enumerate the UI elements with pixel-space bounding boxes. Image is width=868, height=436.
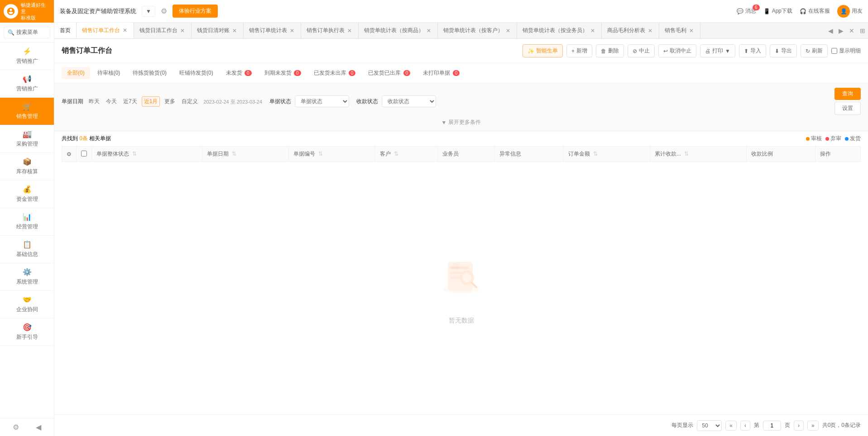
tab-sales-by-customer[interactable]: 销货单统计表（按客户） ✕ — [438, 23, 517, 39]
tab-home[interactable]: 首页 — [54, 23, 77, 39]
tab-close-product-margin[interactable]: ✕ — [647, 28, 653, 34]
tab-close-sales-by-customer[interactable]: ✕ — [505, 28, 511, 34]
ship-action-button[interactable]: 发货 — [845, 135, 861, 142]
tab-close-sales-by-staff[interactable]: ✕ — [590, 28, 596, 34]
table-checkbox-col[interactable] — [77, 147, 92, 162]
select-all-checkbox[interactable] — [81, 151, 87, 156]
tab-close-current-button[interactable]: ✕ — [846, 25, 857, 36]
sidebar-item-guide[interactable]: 🎯 新手引导 — [0, 318, 54, 346]
sidebar-item-purchase[interactable]: 🏭 采购管理 — [0, 125, 54, 153]
chevron-down-icon: ▼ — [725, 48, 730, 54]
col-customer[interactable]: 客户 ⇅ — [375, 147, 437, 162]
page-size-select[interactable]: 50 10 20 100 — [697, 420, 722, 431]
prev-page-button[interactable]: ‹ — [740, 421, 750, 431]
page-number-input[interactable] — [763, 421, 781, 431]
col-collected[interactable]: 累计收款... ⇅ — [650, 147, 746, 162]
export-button[interactable]: ⬇ 导出 — [770, 44, 797, 57]
tab-close-sales-exec[interactable]: ✕ — [346, 28, 353, 34]
message-button[interactable]: 💬 消息 6 — [737, 7, 756, 15]
system-dropdown-button[interactable]: ▼ — [142, 6, 155, 17]
sub-tab-overdue-unshipped[interactable]: 到期未发货 0 — [259, 67, 307, 79]
date-btn-more[interactable]: 更多 — [163, 96, 177, 107]
status-filter-select[interactable]: 单据状态 — [295, 95, 349, 107]
cancel-review-action-button[interactable]: 弃审 — [825, 135, 841, 142]
sidebar-item-system[interactable]: ⚙️ 系统管理 — [0, 263, 54, 291]
sidebar-item-quicknav[interactable]: ⚡ 营销推广 — [0, 43, 54, 70]
first-page-button[interactable]: « — [725, 421, 737, 431]
sub-tab-all[interactable]: 全部(0) — [62, 67, 90, 79]
header-settings-button[interactable]: ⚙ — [161, 7, 167, 15]
filter-settings-button[interactable]: 设置 — [834, 102, 861, 115]
col-number[interactable]: 单据编号 ⇅ — [288, 147, 375, 162]
sub-tab-pending-inspect[interactable]: 待拣货验货(0) — [127, 67, 172, 79]
date-btn-7days[interactable]: 近7天 — [121, 96, 139, 107]
date-btn-yesterday[interactable]: 昨天 — [87, 96, 101, 107]
sub-tab-unshipped[interactable]: 未发货 0 — [221, 67, 257, 79]
tab-close-sales-profit[interactable]: ✕ — [688, 28, 695, 34]
stop-button[interactable]: ⊘ 中止 — [628, 44, 655, 57]
tab-expand-button[interactable]: ⊞ — [857, 25, 868, 36]
sidebar-item-operations[interactable]: 📊 经营管理 — [0, 208, 54, 236]
print-button[interactable]: 🖨 打印 ▼ — [700, 44, 735, 57]
next-page-button[interactable]: › — [794, 421, 804, 431]
tab-close-sales-workbench[interactable]: ✕ — [122, 27, 128, 33]
sub-tab-shipped-not-out[interactable]: 已发货未出库 0 — [308, 67, 361, 79]
table-scroll-container[interactable]: ⚙ 单据整体状态 ⇅ 单据日期 ⇅ — [62, 146, 861, 162]
tab-cash-reconcile[interactable]: 钱货日清对账 ✕ — [192, 23, 244, 39]
tab-sales-profit[interactable]: 销售毛利 ✕ — [659, 23, 700, 39]
user-menu-button[interactable]: 👤 用友 — [837, 5, 863, 18]
col-date[interactable]: 单据日期 ⇅ — [202, 147, 288, 162]
review-action-button[interactable]: 审核 — [806, 135, 822, 142]
add-button[interactable]: + 新增 — [566, 44, 592, 57]
sub-tab-wangpu[interactable]: 旺铺待发货(0) — [174, 67, 219, 79]
sidebar-collapse-button[interactable]: ◀ — [36, 423, 41, 431]
ai-generate-button[interactable]: ✨ 智能生单 — [523, 44, 563, 57]
show-detail-checkbox-label[interactable]: 显示明细 — [831, 47, 861, 55]
print-icon: 🖨 — [705, 48, 710, 54]
table-settings-col[interactable]: ⚙ — [62, 147, 77, 162]
refresh-button[interactable]: ↻ 刷新 — [801, 44, 828, 57]
delete-icon: 🗑 — [601, 48, 606, 54]
tab-close-sales-by-product[interactable]: ✕ — [426, 28, 432, 34]
sub-tab-unprinted[interactable]: 未打印单据 0 — [417, 67, 465, 79]
tab-sales-exec[interactable]: 销售订单执行表 ✕ — [301, 23, 359, 39]
sidebar-settings-button[interactable]: ⚙ — [13, 423, 19, 431]
date-btn-today[interactable]: 今天 — [104, 96, 119, 107]
sidebar-item-enterprise[interactable]: 🤝 企业协同 — [0, 291, 54, 318]
app-download-button[interactable]: 📱 App下载 — [763, 7, 792, 15]
sidebar-item-sales[interactable]: 🛒 销售管理 — [0, 98, 54, 125]
main-content: 装备及固定资产辅助管理系统 ▼ ⚙ 体验行业方案 💬 消息 6 📱 App下载 … — [54, 0, 868, 436]
sub-tab-pending-review[interactable]: 待审核(0) — [92, 67, 126, 79]
date-btn-1month[interactable]: 近1月 — [142, 96, 160, 107]
tab-scroll-left-button[interactable]: ◀ — [825, 25, 836, 36]
sidebar-item-inventory[interactable]: 📦 库存核算 — [0, 153, 54, 180]
last-page-button[interactable]: » — [807, 421, 819, 431]
import-button[interactable]: ⬆ 导入 — [739, 44, 766, 57]
sidebar-item-marketing[interactable]: 📢 营销推广 — [0, 70, 54, 98]
cancel-stop-button[interactable]: ↩ 取消中止 — [658, 44, 696, 57]
tab-product-margin[interactable]: 商品毛利分析表 ✕ — [602, 23, 659, 39]
tab-sales-stats[interactable]: 销售订单统计表 ✕ — [244, 23, 301, 39]
online-service-button[interactable]: 🎧 在线客服 — [800, 7, 830, 15]
tab-cash-daily[interactable]: 钱货日清工作台 ✕ — [134, 23, 192, 39]
col-amount[interactable]: 订单金额 ⇅ — [564, 147, 650, 162]
col-status[interactable]: 单据整体状态 ⇅ — [92, 147, 202, 162]
show-detail-checkbox[interactable] — [831, 48, 837, 54]
delete-button[interactable]: 🗑 删除 — [596, 44, 624, 57]
tab-sales-workbench[interactable]: 销售订单工作台 ✕ — [77, 23, 134, 39]
sub-tab-shipped-out[interactable]: 已发货已出库 0 — [363, 67, 416, 79]
tab-close-cash-reconcile[interactable]: ✕ — [231, 28, 238, 34]
tab-close-sales-stats[interactable]: ✕ — [289, 28, 295, 34]
expand-more-button[interactable]: ▼ 展开更多条件 — [62, 118, 861, 126]
date-btn-custom[interactable]: 自定义 — [180, 96, 200, 107]
tab-sales-by-product[interactable]: 销货单统计表（按商品） ✕ — [359, 23, 438, 39]
solution-button[interactable]: 体验行业方案 — [173, 5, 218, 18]
query-button[interactable]: 查询 — [834, 88, 861, 100]
sidebar-item-base[interactable]: 📋 基础信息 — [0, 236, 54, 263]
tab-scroll-right-button[interactable]: ▶ — [836, 25, 846, 36]
payment-filter-select[interactable]: 收款状态 — [382, 95, 436, 107]
sidebar-item-finance[interactable]: 💰 资金管理 — [0, 180, 54, 208]
tab-sales-by-staff[interactable]: 销货单统计表（按业务员） ✕ — [517, 23, 602, 39]
search-menu-button[interactable]: 🔍 搜索菜单 — [4, 26, 50, 38]
tab-close-cash-daily[interactable]: ✕ — [179, 28, 186, 34]
